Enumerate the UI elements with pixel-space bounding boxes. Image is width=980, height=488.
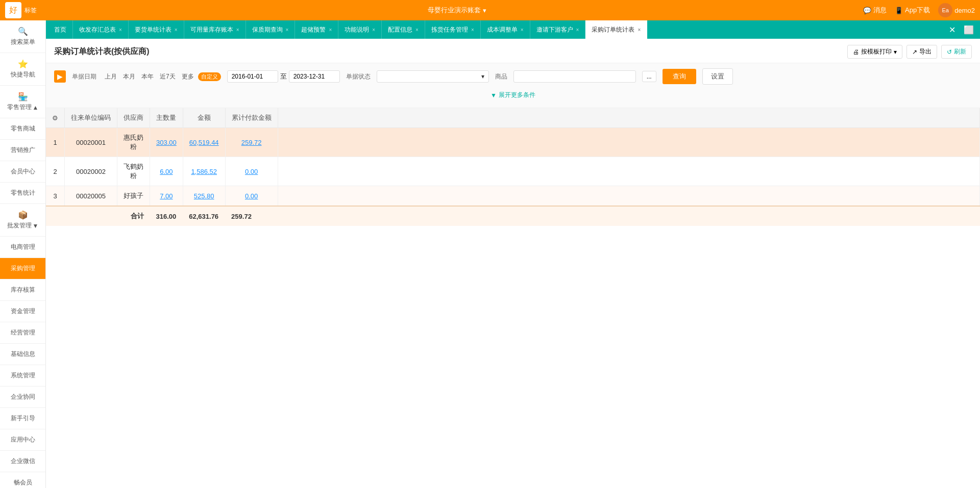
row-1-main-qty: 303.00 xyxy=(150,128,183,157)
sidebar-item-finance[interactable]: 资金管理 xyxy=(0,301,45,322)
th-settings[interactable]: ⚙ xyxy=(46,108,65,128)
sidebar-item-member2[interactable]: 畅会员 xyxy=(0,472,45,488)
sidebar-item-wholesale[interactable]: 📦 批发管理 ▼ xyxy=(0,204,45,237)
search-btn[interactable]: 查询 xyxy=(663,69,696,84)
tab-config-info[interactable]: 配置信息 × xyxy=(382,20,425,39)
tab-overstock[interactable]: 超储预警 × xyxy=(295,20,338,39)
filter-area: ▶ 单据日期 上月 本月 本年 近7天 更多 自定义 至 xyxy=(46,63,980,108)
tab-order-stats[interactable]: 要货单统计表 × xyxy=(129,20,184,39)
table-row[interactable]: 3 00020005 好孩子 7.00 525.80 0.00 xyxy=(46,186,980,207)
tab-purchase-stats[interactable]: 采购订单统计表 × xyxy=(585,20,647,39)
status-select[interactable]: ▾ xyxy=(377,70,489,83)
filter-expand-btn[interactable]: ▶ xyxy=(54,70,66,83)
expand-more-btn[interactable]: ▼ 展开更多条件 xyxy=(487,88,538,102)
table-row[interactable]: 1 00020001 惠氏奶粉 303.00 60,519.44 259.72 xyxy=(46,128,980,157)
date-label: 单据日期 xyxy=(72,72,96,81)
tab-invite-downstream[interactable]: 邀请下游客户 × xyxy=(530,20,586,39)
sidebar-label-retail-stats: 零售统计 xyxy=(11,189,35,197)
row-2-index: 2 xyxy=(46,157,65,186)
sidebar-item-retail[interactable]: 🏪 零售管理 ▲ xyxy=(0,86,45,118)
logo-text: 标签 xyxy=(24,6,37,15)
sidebar-item-newbie[interactable]: 新手引导 xyxy=(0,408,45,429)
date-from-input[interactable] xyxy=(227,70,278,83)
nav-tabs-end: ✕ ⬜ xyxy=(947,25,978,35)
sidebar-item-retail-shop[interactable]: 零售商城 xyxy=(0,118,45,140)
sidebar-item-wechat[interactable]: 企业微信 xyxy=(0,451,45,472)
tab-collect-pay-close[interactable]: × xyxy=(119,27,122,33)
wholesale-expand-icon: ▼ xyxy=(33,222,39,229)
sidebar-label-basics: 基础信息 xyxy=(11,350,35,358)
sidebar-item-retail-stats[interactable]: 零售统计 xyxy=(0,183,45,204)
app-download-btn[interactable]: 📱 App下载 xyxy=(895,6,930,15)
row-1-index: 1 xyxy=(46,128,65,157)
sidebar-label-app-center: 应用中心 xyxy=(11,435,35,444)
wholesale-label-row: 批发管理 ▼ xyxy=(7,221,39,230)
date-range-container: 至 xyxy=(227,70,340,83)
shortcut-more[interactable]: 更多 xyxy=(180,71,196,82)
template-print-arrow: ▾ xyxy=(894,48,897,56)
tab-pick-task[interactable]: 拣货任务管理 × xyxy=(425,20,481,39)
tab-order-stats-close[interactable]: × xyxy=(175,27,178,33)
tab-available-stock-close[interactable]: × xyxy=(236,27,239,33)
shortcut-this-year[interactable]: 本年 xyxy=(139,71,156,82)
tab-close-btn[interactable]: ✕ xyxy=(947,25,958,35)
template-print-btn[interactable]: 🖨 按模板打印 ▾ xyxy=(847,45,902,59)
tab-overstock-close[interactable]: × xyxy=(329,27,332,33)
sidebar-item-enterprise[interactable]: 企业协同 xyxy=(0,387,45,408)
sidebar-item-ecommerce[interactable]: 电商管理 xyxy=(0,237,45,258)
tab-pick-task-close[interactable]: × xyxy=(471,27,474,33)
sidebar-label-wechat: 企业微信 xyxy=(11,457,35,466)
sidebar-item-purchase[interactable]: 采购管理 xyxy=(0,258,45,279)
sidebar-item-app-center[interactable]: 应用中心 xyxy=(0,429,45,451)
row-1-unit-code: 00020001 xyxy=(65,128,117,157)
sidebar-item-operations[interactable]: 经营管理 xyxy=(0,322,45,344)
tab-function-desc[interactable]: 功能说明 × xyxy=(338,20,382,39)
export-btn[interactable]: ↗ 导出 xyxy=(906,45,937,59)
date-to-input[interactable] xyxy=(289,70,340,83)
shortcut-7-days[interactable]: 近7天 xyxy=(158,71,178,82)
avatar-text: Ea xyxy=(942,7,949,13)
shortcut-last-month[interactable]: 上月 xyxy=(103,71,119,82)
goods-input[interactable] xyxy=(513,70,636,83)
row-2-amount: 1,586.52 xyxy=(183,157,225,186)
sidebar-item-marketing[interactable]: 营销推广 xyxy=(0,140,45,161)
tab-purchase-stats-close[interactable]: × xyxy=(638,27,641,33)
sidebar-label-retail-shop: 零售商城 xyxy=(11,124,35,133)
th-unit-code: 往来单位编码 xyxy=(65,108,117,128)
avatar: Ea xyxy=(938,3,952,17)
message-btn[interactable]: 💬 消息 xyxy=(863,6,887,15)
goods-more-btn[interactable]: ... xyxy=(642,71,656,82)
sidebar-item-stock[interactable]: 库存核算 xyxy=(0,279,45,301)
sidebar-item-search[interactable]: 🔍 搜索菜单 xyxy=(0,20,45,53)
tab-cost-adjust-close[interactable]: × xyxy=(521,27,524,33)
row-1-supplier: 惠氏奶粉 xyxy=(117,128,150,157)
tab-cost-adjust[interactable]: 成本调整单 × xyxy=(481,20,530,39)
sidebar-label-search: 搜索菜单 xyxy=(11,38,35,46)
sidebar-item-system[interactable]: 系统管理 xyxy=(0,365,45,387)
refresh-btn[interactable]: ↺ 刷新 xyxy=(941,45,972,59)
tab-expiry-query[interactable]: 保质期查询 × xyxy=(246,20,296,39)
tab-expiry-query-close[interactable]: × xyxy=(286,27,289,33)
tab-available-stock[interactable]: 可用量库存账本 × xyxy=(184,20,246,39)
sidebar-item-member[interactable]: 会员中心 xyxy=(0,161,45,183)
row-2-supplier: 飞鹤奶粉 xyxy=(117,157,150,186)
settings-btn[interactable]: 设置 xyxy=(702,68,733,85)
footer-extra xyxy=(278,206,979,226)
tab-config-info-close[interactable]: × xyxy=(415,27,419,33)
tab-home[interactable]: 首页 xyxy=(48,20,73,39)
sidebar-item-shortcuts[interactable]: ⭐ 快捷导航 xyxy=(0,53,45,86)
workspace-selector[interactable]: 母婴行业演示账套 ▾ xyxy=(51,6,863,15)
tab-function-desc-close[interactable]: × xyxy=(372,27,375,33)
table-row[interactable]: 2 00020002 飞鹤奶粉 6.00 1,586.52 0.00 xyxy=(46,157,980,186)
shortcut-this-month[interactable]: 本月 xyxy=(121,71,137,82)
tab-collect-pay[interactable]: 收发存汇总表 × xyxy=(73,20,129,39)
retail-icon: 🏪 xyxy=(18,92,28,101)
custom-badge[interactable]: 自定义 xyxy=(198,72,221,81)
tab-invite-downstream-close[interactable]: × xyxy=(576,27,579,33)
sidebar-label-finance: 资金管理 xyxy=(11,307,35,316)
sidebar-item-basics[interactable]: 基础信息 xyxy=(0,344,45,365)
logo-area: 好 标签 xyxy=(5,2,51,18)
user-profile-btn[interactable]: Ea demo2 xyxy=(938,3,975,17)
export-label: 导出 xyxy=(919,47,932,56)
tab-maximize-btn[interactable]: ⬜ xyxy=(962,25,976,35)
